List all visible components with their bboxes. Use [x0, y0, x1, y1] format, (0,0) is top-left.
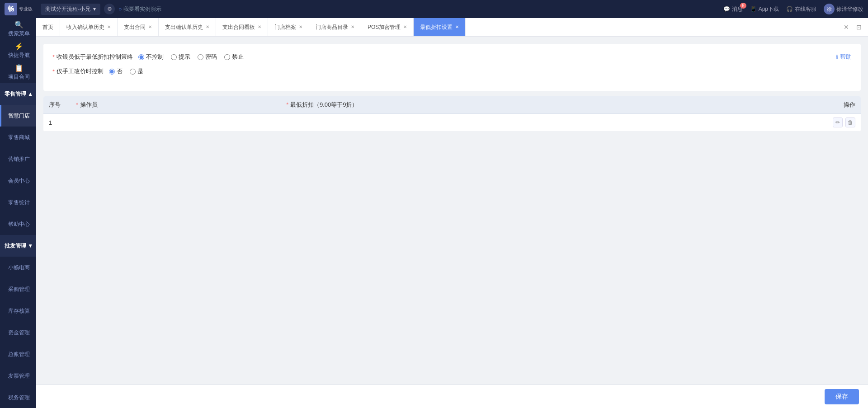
radio-prompt[interactable] — [171, 54, 177, 60]
option-label: 提示 — [179, 53, 190, 61]
tab-label: POS加密管理 — [368, 23, 401, 31]
sidebar-item-smart-store[interactable]: 智慧门店 — [0, 105, 36, 127]
sidebar-item-contract[interactable]: 📋 项目合同 — [0, 61, 36, 83]
sidebar-item-label: 智慧门店 — [8, 112, 30, 120]
tab-close-icon[interactable]: ✕ — [148, 25, 152, 29]
tab-store-products[interactable]: 门店商品目录 ✕ — [309, 18, 361, 36]
help-link[interactable]: ℹ 帮助 — [836, 53, 852, 61]
sidebar-item-wholesale[interactable]: 批发管理 ▼ — [0, 235, 36, 257]
option-forbid[interactable]: 禁止 — [224, 53, 244, 61]
message-button[interactable]: 💬 消息 8 — [723, 5, 743, 13]
project-selector[interactable]: 测试分开流程-小兄 ▾ — [41, 4, 100, 15]
tab-close-icon[interactable]: ✕ — [206, 25, 209, 29]
option-yes[interactable]: 是 — [130, 67, 143, 75]
table-header-row: 序号 * 操作员 * 最低折扣（9.00等于9折） 操作 — [43, 96, 861, 114]
tab-close-icon[interactable]: ✕ — [455, 25, 459, 29]
discount-control-label: 收银员低于最低折扣控制策略 — [57, 53, 133, 61]
sidebar-item-search[interactable]: 🔍 搜索菜单 — [0, 18, 36, 40]
sidebar-item-help[interactable]: 帮助中心 — [0, 213, 36, 235]
sidebar-item-label: 发票管理 — [8, 372, 30, 380]
edit-icon: ✏ — [835, 119, 840, 126]
manual-price-label: 仅手工改价时控制 — [57, 67, 104, 75]
delete-button[interactable]: 🗑 — [845, 117, 855, 127]
sidebar-item-ecommerce[interactable]: 小畅电商 — [0, 257, 36, 278]
sidebar-item-label: 帮助中心 — [8, 220, 30, 228]
tab-close-icon[interactable]: ✕ — [299, 25, 302, 29]
tab-expense-board[interactable]: 支出合同看板 ✕ — [216, 18, 268, 36]
tab-close-icon[interactable]: ✕ — [403, 25, 407, 29]
sidebar-item-retail[interactable]: 零售管理 ▲ — [0, 83, 36, 105]
content-area: 首页 收入确认单历史 ✕ 支出合同 ✕ 支出确认单历史 ✕ 支出合同看板 ✕ 门… — [36, 18, 868, 408]
tab-maximize-button[interactable]: ⊡ — [854, 23, 863, 32]
col-action-header: 操作 — [816, 96, 861, 114]
radio-no-control[interactable] — [138, 54, 144, 60]
help-label: 帮助 — [840, 53, 852, 61]
demo-link[interactable]: ○ 我要看实例演示 — [118, 5, 161, 13]
top-bar: 畅 专业版 测试分开流程-小兄 ▾ ⚙ ○ 我要看实例演示 💬 消息 8 📱 A… — [0, 0, 868, 18]
tab-expense-confirm-history[interactable]: 支出确认单历史 ✕ — [159, 18, 216, 36]
required-star: * — [286, 101, 290, 108]
tab-label: 门店档案 — [274, 23, 296, 31]
option-prompt[interactable]: 提示 — [171, 53, 190, 61]
sidebar-item-inventory[interactable]: 库存核算 — [0, 300, 36, 322]
nav-icon: ⚡ — [14, 42, 24, 51]
sidebar-item-invoice[interactable]: 发票管理 — [0, 365, 36, 387]
tab-close-icon[interactable]: ✕ — [107, 25, 111, 29]
sidebar-item-label: 税务管理 — [8, 394, 30, 402]
tab-pos-password[interactable]: POS加密管理 ✕ — [361, 18, 414, 36]
sidebar-item-nav[interactable]: ⚡ 快捷导航 — [0, 40, 36, 61]
radio-yes[interactable] — [130, 69, 136, 75]
sidebar-item-marketing[interactable]: 营销推广 — [0, 148, 36, 170]
sidebar-item-tax[interactable]: 税务管理 — [0, 387, 36, 408]
radio-password[interactable] — [198, 54, 203, 60]
sidebar-item-finance[interactable]: 资金管理 — [0, 322, 36, 343]
sidebar-item-retail-mall[interactable]: 零售商城 — [0, 127, 36, 148]
message-badge: 8 — [740, 3, 746, 9]
top-bar-center: 测试分开流程-小兄 ▾ ⚙ ○ 我要看实例演示 — [41, 4, 723, 15]
help-icon: ℹ — [836, 54, 838, 61]
sidebar-item-purchase[interactable]: 采购管理 — [0, 278, 36, 300]
col-operator-header: * 操作员 — [71, 96, 281, 114]
sidebar-item-ledger[interactable]: 总账管理 — [0, 343, 36, 365]
row-action-buttons: ✏ 🗑 — [821, 117, 855, 127]
tab-store-archive[interactable]: 门店档案 ✕ — [268, 18, 309, 36]
sidebar-item-label: 营销推广 — [8, 155, 30, 163]
tab-expense-contract[interactable]: 支出合同 ✕ — [118, 18, 159, 36]
manual-price-options: 否 是 — [109, 67, 143, 75]
search-icon: 🔍 — [14, 20, 24, 29]
option-password[interactable]: 密码 — [198, 53, 217, 61]
delete-icon: 🗑 — [848, 119, 853, 126]
discount-control-row: * 收银员低于最低折扣控制策略 不控制 提示 密码 — [52, 53, 852, 61]
service-label: 在线客服 — [795, 5, 816, 13]
discount-table: 序号 * 操作员 * 最低折扣（9.00等于9折） 操作 1 — [43, 96, 861, 131]
logo: 畅 专业版 — [5, 3, 41, 15]
tab-min-discount[interactable]: 最低折扣设置 ✕ — [414, 18, 466, 36]
sidebar-item-retail-stat[interactable]: 零售统计 — [0, 192, 36, 213]
tab-label: 门店商品目录 — [316, 23, 348, 31]
settings-icon[interactable]: ⚙ — [104, 4, 115, 14]
option-no[interactable]: 否 — [109, 67, 123, 75]
required-star: * — [52, 68, 55, 75]
save-button[interactable]: 保存 — [825, 389, 859, 404]
radio-forbid[interactable] — [224, 54, 230, 60]
app-download-button[interactable]: 📱 App下载 — [750, 5, 779, 13]
sidebar-item-label: 项目合同 — [8, 73, 30, 81]
tab-close-icon[interactable]: ✕ — [258, 25, 261, 29]
required-star: * — [76, 101, 80, 108]
discount-control-options: 不控制 提示 密码 禁止 — [138, 53, 244, 61]
sidebar-item-member[interactable]: 会员中心 — [0, 170, 36, 192]
tab-close-all-button[interactable]: ✕ — [842, 23, 851, 32]
radio-no[interactable] — [109, 69, 115, 75]
user-button[interactable]: 徐 徐泽华修改 — [824, 4, 863, 14]
tab-income-history[interactable]: 收入确认单历史 ✕ — [60, 18, 118, 36]
tab-home[interactable]: 首页 — [36, 18, 60, 36]
edit-button[interactable]: ✏ — [833, 117, 843, 127]
tab-close-icon[interactable]: ✕ — [351, 25, 354, 29]
sidebar: 🔍 搜索菜单 ⚡ 快捷导航 📋 项目合同 零售管理 ▲ 智慧门店 零售商城 营销… — [0, 18, 36, 408]
option-no-control[interactable]: 不控制 — [138, 53, 164, 61]
online-service-button[interactable]: 🎧 在线客服 — [786, 5, 816, 13]
sidebar-item-label: 零售商城 — [8, 134, 30, 141]
sidebar-item-label: 会员中心 — [8, 177, 30, 185]
bottom-bar: 保存 — [36, 385, 868, 408]
chevron-down-icon: ▾ — [93, 6, 96, 12]
